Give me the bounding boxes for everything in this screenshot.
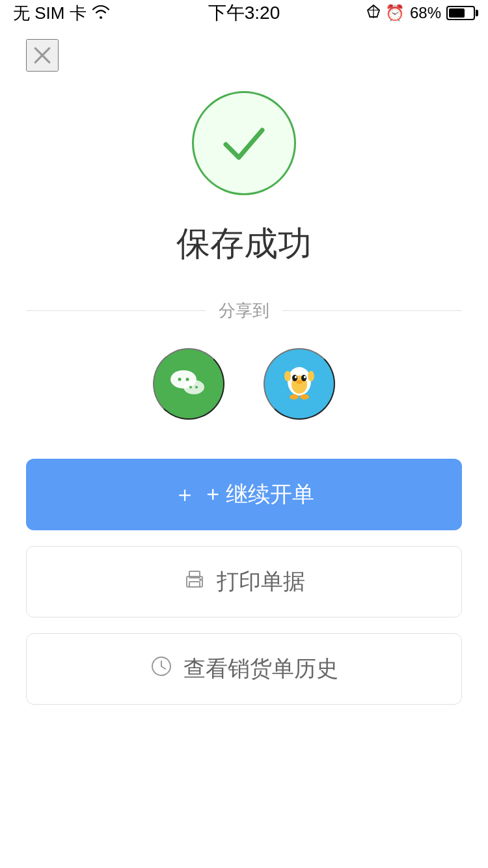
status-left: 无 SIM 卡 [13,2,110,25]
close-button[interactable] [26,39,59,72]
continue-label: + 继续开单 [206,480,314,509]
print-button[interactable]: 打印单据 [26,546,462,617]
share-divider: 分享到 [26,299,462,322]
share-icons [153,348,335,420]
alarm-icon: ⏰ [385,4,405,22]
svg-point-5 [186,378,189,381]
print-icon [183,567,206,596]
continue-button[interactable]: ＋ + 继续开单 [26,459,462,530]
svg-point-12 [295,376,297,379]
qq-share-button[interactable] [264,348,335,420]
history-icon [150,655,173,683]
svg-point-10 [292,375,297,381]
svg-point-13 [304,376,306,379]
status-time: 下午3:20 [208,1,280,25]
no-sim-label: 无 SIM 卡 [13,2,87,25]
svg-point-11 [301,375,306,381]
location-icon [367,4,380,22]
svg-point-22 [199,578,202,581]
battery-icon [446,6,475,20]
divider-left [26,310,206,311]
close-icon [31,44,54,67]
svg-point-18 [300,394,309,400]
qq-icon [278,362,320,406]
wifi-icon [92,3,110,23]
checkmark-icon [218,117,270,169]
svg-point-16 [308,371,314,381]
svg-point-14 [296,380,303,384]
svg-point-15 [284,371,291,381]
divider-right [282,310,462,311]
success-title: 保存成功 [176,221,312,267]
svg-point-3 [183,380,204,394]
svg-point-4 [178,378,182,381]
status-bar: 无 SIM 卡 下午3:20 ⏰ 68% [0,0,488,26]
success-circle [192,91,296,195]
main-content: 保存成功 分享到 [0,26,488,868]
wechat-share-button[interactable] [153,348,224,420]
status-right: ⏰ 68% [367,4,475,22]
history-button[interactable]: 查看销货单历史 [26,633,462,705]
battery-percentage: 68% [410,4,441,22]
svg-point-17 [290,394,299,400]
svg-rect-21 [189,582,200,587]
continue-icon: ＋ [174,480,196,509]
wechat-icon [168,365,210,403]
svg-point-6 [189,386,192,388]
svg-point-7 [195,386,198,388]
history-label: 查看销货单历史 [183,654,338,684]
share-label: 分享到 [219,299,269,322]
print-label: 打印单据 [217,567,305,597]
